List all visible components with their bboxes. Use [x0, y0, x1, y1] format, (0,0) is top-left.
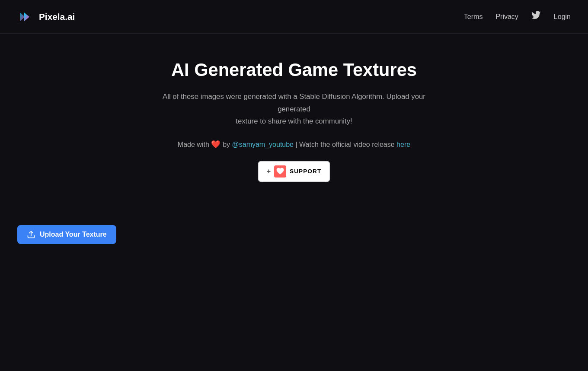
logo-icon	[17, 8, 35, 25]
made-with-prefix: Made with	[178, 141, 209, 148]
logo-text: Pixela.ai	[39, 12, 75, 22]
upload-button-label: Upload Your Texture	[40, 231, 107, 238]
kofi-badge: + SUPPORT	[258, 161, 330, 182]
watch-text: | Watch the official video release	[295, 141, 394, 148]
description-line2: texture to share with the community!	[236, 117, 352, 125]
made-with-line: Made with ❤️ by @samyam_youtube | Watch …	[178, 140, 410, 149]
nav-links: Terms Privacy Login	[464, 11, 571, 22]
login-link[interactable]: Login	[554, 13, 571, 21]
page-title: AI Generated Game Textures	[171, 60, 417, 80]
logo-link[interactable]: Pixela.ai	[17, 8, 75, 25]
kofi-plus-icon: +	[267, 168, 271, 175]
twitter-icon	[531, 11, 541, 21]
svg-marker-1	[24, 13, 29, 21]
privacy-link[interactable]: Privacy	[495, 13, 518, 21]
here-link[interactable]: here	[396, 141, 410, 148]
description-line1: All of these images were generated with …	[163, 92, 425, 113]
navbar: Pixela.ai Terms Privacy Login	[0, 0, 588, 34]
page-description: All of these images were generated with …	[147, 91, 441, 128]
kofi-text: SUPPORT	[290, 168, 321, 174]
kofi-heart-icon	[274, 165, 286, 178]
heart-emoji: ❤️	[211, 140, 223, 149]
kofi-support-button[interactable]: + SUPPORT	[258, 161, 330, 182]
upload-section: Upload Your Texture	[0, 225, 588, 244]
youtube-link[interactable]: @samyam_youtube	[232, 141, 294, 148]
upload-texture-button[interactable]: Upload Your Texture	[17, 225, 116, 244]
main-content: AI Generated Game Textures All of these …	[0, 34, 588, 216]
terms-link[interactable]: Terms	[464, 13, 483, 21]
upload-icon	[27, 230, 35, 239]
made-with-by: by	[223, 141, 230, 148]
twitter-link[interactable]	[531, 11, 541, 22]
